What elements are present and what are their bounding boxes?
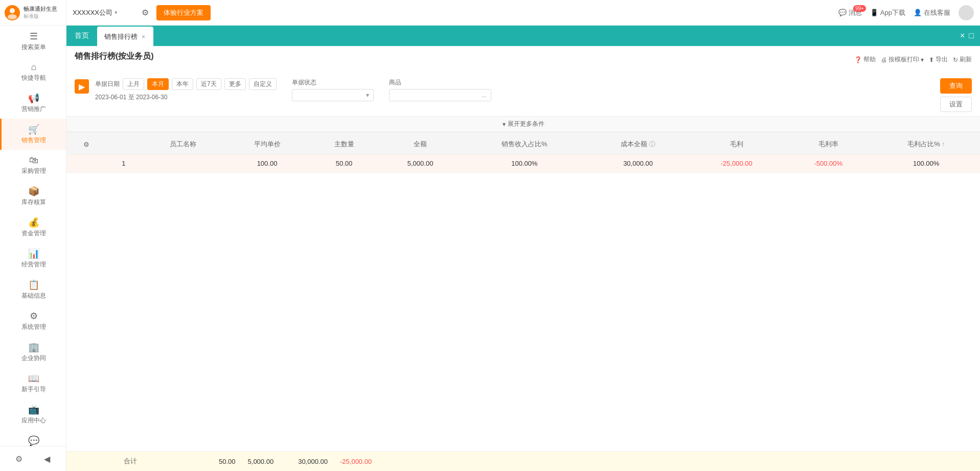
sidebar-item-basic-info[interactable]: 📋 基础信息	[0, 274, 66, 305]
company-selector[interactable]: XXXXXX公司 ▾	[73, 8, 134, 17]
sidebar-item-app-center-label: 应用中心	[21, 416, 46, 425]
date-btn-more[interactable]: 更多	[224, 78, 246, 90]
sidebar-item-marketing[interactable]: 📢 营销推广	[0, 87, 66, 119]
tab-sales-ranking[interactable]: 销售排行榜 ×	[97, 27, 153, 47]
filter-section: 销售排行榜(按业务员) ❓ 帮助 🖨 按模板打印 ▾ ⬆ 导出	[66, 46, 980, 132]
th-cost: 成本全额 ⓘ	[587, 134, 689, 154]
date-btn-custom[interactable]: 自定义	[249, 78, 277, 90]
sidebar-item-finance[interactable]: 💰 资金管理	[0, 212, 66, 243]
sidebar-item-management-label: 经营管理	[21, 260, 46, 269]
sidebar-item-system-label: 系统管理	[21, 323, 46, 331]
user-avatar[interactable]	[959, 5, 974, 20]
sidebar-item-search[interactable]: ☰ 搜索菜单	[0, 26, 66, 57]
enterprise-icon: 🏢	[28, 342, 39, 353]
refresh-button[interactable]: ↻ 刷新	[953, 55, 972, 64]
status-filter-label: 单据状态	[292, 78, 374, 87]
system-icon: ⚙	[30, 310, 38, 322]
sidebar-item-guide-label: 新手引导	[21, 385, 46, 394]
message-badge: 99+	[853, 5, 866, 12]
footer-total-label: 合计	[124, 457, 200, 466]
sidebar-item-sales[interactable]: 🛒 销售管理	[0, 119, 66, 150]
tab-minimize-button[interactable]: ×	[960, 31, 965, 40]
sidebar-item-purchase[interactable]: 🛍 采购管理	[0, 150, 66, 181]
tab-close-icon[interactable]: ×	[141, 32, 146, 41]
footer-main-qty: 50.00	[213, 458, 242, 465]
page-content: 销售排行榜(按业务员) ❓ 帮助 🖨 按模板打印 ▾ ⬆ 导出	[66, 46, 980, 471]
export-button[interactable]: ⬆ 导出	[929, 55, 948, 64]
sidebar-item-wechat[interactable]: 💬 企业微信	[0, 430, 66, 446]
sidebar-item-management[interactable]: 📊 经营管理	[0, 243, 66, 274]
status-select[interactable]: ▾	[292, 89, 374, 101]
footer-cost: 30,000.00	[292, 458, 334, 465]
header-right: 💬 消息 99+ 📱 App下载 👤 在线客服	[838, 5, 974, 20]
expand-more-button[interactable]: ▾ 展开更多条件	[503, 120, 544, 128]
sidebar-item-inventory[interactable]: 📦 库存核算	[0, 181, 66, 212]
online-service-button[interactable]: 👤 在线客服	[914, 8, 950, 17]
expand-more-label: 展开更多条件	[508, 120, 544, 128]
expand-more-icon: ▾	[503, 121, 506, 128]
sidebar-collapse-button[interactable]: ◀	[40, 452, 54, 466]
basic-info-icon: 📋	[28, 279, 39, 290]
app-edition: 标准版	[24, 13, 57, 20]
management-icon: 📊	[28, 248, 39, 259]
cell-gross-pct: 100.00%	[872, 154, 980, 173]
th-settings[interactable]: ⚙	[66, 134, 106, 154]
date-filter-label: 单据日期	[95, 80, 120, 88]
table-row: 1 100.00 50.00 5,000.00 100.00% 30,000.0…	[66, 154, 980, 173]
cell-gross-rate: -500.00%	[784, 154, 873, 173]
sidebar-settings-button[interactable]: ⚙	[12, 452, 26, 466]
company-name: XXXXXX公司	[73, 8, 112, 17]
date-btn-last-month[interactable]: 上月	[123, 78, 144, 90]
th-main-qty: 主数量	[309, 134, 379, 154]
date-btn-7-days[interactable]: 近7天	[196, 78, 221, 90]
cell-main-qty: 50.00	[309, 154, 379, 173]
sidebar-item-guide[interactable]: 📖 新手引导	[0, 368, 66, 399]
cell-settings	[66, 154, 106, 173]
sidebar-item-system[interactable]: ⚙ 系统管理	[0, 305, 66, 337]
expand-filter-button[interactable]: ▶	[75, 79, 89, 94]
export-icon: ⬆	[929, 56, 934, 63]
trial-button[interactable]: 体验行业方案	[156, 5, 211, 20]
help-button[interactable]: ❓ 帮助	[854, 55, 876, 64]
tab-maximize-button[interactable]: □	[969, 31, 974, 40]
th-gross-rate: 毛利率	[784, 134, 873, 154]
cell-rank: 1	[106, 154, 141, 173]
tab-bar: 首页 销售排行榜 × × □	[66, 26, 980, 46]
date-filter-group: 单据日期 上月 本月 本年 近7天 更多 自定义 2023-06-01 至 20…	[95, 78, 277, 102]
print-button[interactable]: 🖨 按模板打印 ▾	[881, 55, 924, 64]
query-button[interactable]: 查询	[940, 78, 972, 94]
marketing-icon: 📢	[28, 93, 39, 104]
tab-home[interactable]: 首页	[66, 26, 97, 46]
sidebar-item-inventory-label: 库存核算	[21, 198, 46, 207]
guide-icon: 📖	[28, 373, 39, 384]
sidebar-item-enterprise-label: 企业协同	[21, 354, 46, 363]
print-arrow-icon: ▾	[921, 56, 924, 63]
cost-info-icon[interactable]: ⓘ	[649, 141, 655, 148]
footer-row: 合计 50.00 5,000.00 30,000.00 -25,000.00	[73, 457, 974, 466]
gross-pct-sort-icon[interactable]: ↑	[942, 141, 945, 148]
help-icon: ❓	[854, 56, 862, 63]
sidebar-item-app-center[interactable]: 📺 应用中心	[0, 399, 66, 430]
settings-button[interactable]: 设置	[940, 97, 972, 112]
app-download-button[interactable]: 📱 App下载	[870, 8, 905, 17]
footer-gross: -25,000.00	[334, 458, 378, 465]
tab-sales-ranking-label: 销售排行榜	[104, 32, 138, 41]
sidebar-item-shortcut[interactable]: ⌂ 快捷导航	[0, 57, 66, 87]
date-btn-this-month[interactable]: 本月	[147, 78, 169, 90]
sidebar-item-finance-label: 资金管理	[21, 229, 46, 238]
app-name: 畅康通好生意	[24, 5, 57, 12]
home-icon: ⌂	[31, 62, 37, 73]
th-employee-name: 员工名称	[141, 134, 225, 154]
th-avg-price: 平均单价	[225, 134, 309, 154]
message-button[interactable]: 💬 消息 99+	[838, 8, 862, 17]
main-wrapper: XXXXXX公司 ▾ ⚙ 体验行业方案 💬 消息 99+ 📱 App下载 👤 在…	[66, 0, 980, 471]
header-settings-button[interactable]: ⚙	[138, 6, 152, 20]
tab-bar-right: × □	[960, 31, 980, 40]
goods-select[interactable]: ...	[389, 89, 491, 101]
th-amount: 全额	[379, 134, 462, 154]
date-selector: 单据日期 上月 本月 本年 近7天 更多 自定义	[95, 78, 277, 90]
app-download-icon: 📱	[870, 9, 878, 16]
svg-point-1	[10, 8, 15, 13]
sidebar-item-enterprise[interactable]: 🏢 企业协同	[0, 337, 66, 368]
date-btn-this-year[interactable]: 本年	[172, 78, 193, 90]
